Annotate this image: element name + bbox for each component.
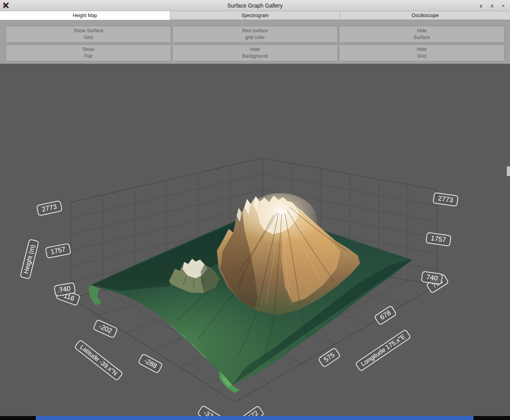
- surface-plot[interactable]: -116 -202 -288 -374 Latitude -39.x"N 472…: [0, 64, 510, 416]
- red-surface-grid-color-button[interactable]: Red surface grid color: [172, 26, 338, 43]
- desktop-strip: [0, 416, 510, 420]
- hide-surface-button[interactable]: Hide Surface: [339, 26, 504, 43]
- tab-bar: Height Map Spectrogram Oscilloscope: [0, 11, 510, 20]
- button-label: Show Surface: [74, 27, 103, 34]
- taskbar[interactable]: [36, 416, 473, 420]
- button-label: grid color: [245, 34, 265, 41]
- app-window: Surface Graph Gallery ∨ ∧ × Height Map S…: [0, 0, 510, 416]
- button-label: Grid: [417, 53, 426, 60]
- tab-spectrogram[interactable]: Spectrogram: [170, 11, 341, 20]
- button-label: Hide: [250, 46, 260, 53]
- window-title: Surface Graph Gallery: [0, 2, 510, 9]
- button-label: Grid: [84, 34, 93, 41]
- button-label: Show: [82, 46, 94, 53]
- minimize-button[interactable]: ∨: [477, 2, 485, 9]
- hide-grid-button[interactable]: Hide Grid: [339, 45, 504, 61]
- control-panel: Show Surface Grid Red surface grid color…: [0, 20, 510, 64]
- tab-height-map[interactable]: Height Map: [0, 11, 170, 20]
- button-label: Red surface: [242, 27, 268, 34]
- window-controls: ∨ ∧ ×: [477, 0, 507, 11]
- tab-oscilloscope[interactable]: Oscilloscope: [340, 11, 510, 20]
- show-surface-grid-button[interactable]: Show Surface Grid: [6, 26, 171, 43]
- titlebar: Surface Graph Gallery ∨ ∧ ×: [0, 0, 510, 11]
- button-label: Background: [242, 53, 268, 60]
- show-flat-button[interactable]: Show Flat: [6, 45, 171, 61]
- button-label: Hide: [417, 46, 427, 53]
- button-label: Hide: [417, 27, 427, 34]
- button-label: Flat: [84, 53, 92, 60]
- close-button[interactable]: ×: [500, 2, 507, 9]
- maximize-button[interactable]: ∧: [489, 2, 496, 9]
- hide-background-button[interactable]: Hide Background: [172, 45, 338, 61]
- window-edge-artifact: [507, 166, 510, 176]
- button-label: Surface: [413, 34, 430, 41]
